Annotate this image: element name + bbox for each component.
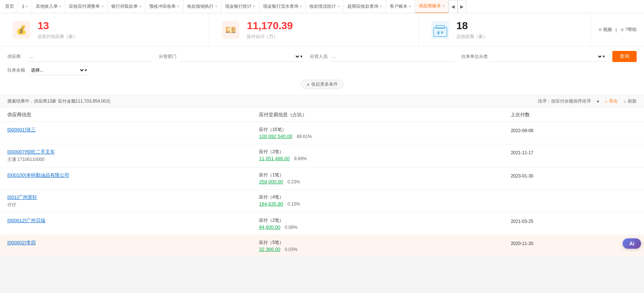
supplier-cell-6: [000002]李四 xyxy=(7,239,259,252)
supplier-cell-4: [001]广州荣轩 仔仔 xyxy=(7,194,259,208)
supplier-filter-label: 供应商 xyxy=(7,54,26,60)
close-icon[interactable]: × xyxy=(442,4,445,8)
trade-amount-6[interactable]: 32,366.00 xyxy=(259,247,280,252)
close-icon[interactable]: × xyxy=(59,4,62,8)
supplier-link-5[interactable]: [000012]广州贝瑞 xyxy=(7,218,45,223)
trade-amount-1[interactable]: 100,092,540.00 xyxy=(259,134,292,139)
ai-fab-button[interactable]: Ai xyxy=(623,238,641,249)
balance-select-wrap[interactable]: 选择... ▾ xyxy=(28,65,88,75)
close-icon[interactable]: × xyxy=(215,4,217,8)
nav-tab-bank[interactable]: 银行存取款单 × xyxy=(108,0,146,13)
nav-tab-advance-label: 预收冲应收单 xyxy=(149,3,176,10)
query-button[interactable]: 查询 xyxy=(612,51,637,62)
nav-arrow-right[interactable]: ▶ xyxy=(458,0,466,13)
close-icon[interactable]: × xyxy=(253,4,255,8)
category-select[interactable] xyxy=(491,54,603,59)
last-payment-4 xyxy=(511,194,637,208)
nav-tab-collection[interactable]: 收款核销执行 × xyxy=(183,0,221,13)
result-summary: 搜索结果中，供应商13家 应付金额111,703,854.00元 xyxy=(7,98,111,104)
trade-label-6: 应付（5笔） xyxy=(259,239,511,246)
nav-tab-receipt-stat-label: 收款情况统计 xyxy=(309,3,336,10)
nav-tab-supplier-ledger[interactable]: 供应商账本 × xyxy=(415,0,449,13)
nav-tab-cash-stat[interactable]: 现金银行统计 × xyxy=(221,0,259,13)
nav-tab-home-label: 首页 xyxy=(5,3,14,10)
table-row: [000001]张三 应付（15笔） 100,092,540.00 89.61%… xyxy=(0,122,644,144)
close-icon[interactable]: × xyxy=(337,4,340,8)
export-button[interactable]: ○ 导出 xyxy=(605,98,618,104)
dept-select-wrap[interactable]: ▾ xyxy=(179,51,304,62)
separator: | xyxy=(616,27,617,32)
trade-amount-5[interactable]: 94,600.00 xyxy=(259,224,280,230)
supplier-link-1[interactable]: [000001]张三 xyxy=(7,127,36,132)
filter-row-1: 供应商 分管部门 ▾ 分管人员 往来单位分类 ▾ 查询 xyxy=(7,51,637,62)
supplier-input[interactable] xyxy=(28,51,153,62)
collapse-button[interactable]: ∧ 收起更多条件 xyxy=(301,80,343,89)
nav-tab-customer-ledger-label: 客户账本 xyxy=(390,3,407,10)
nav-tab-other-income-label: 其他收入单 xyxy=(36,3,58,10)
table-header: 供应商信息 应付交易信息（占比） 上次付数 xyxy=(0,108,644,122)
refresh-button[interactable]: ○ 刷新 xyxy=(624,98,637,104)
supplier-link-2[interactable]: [000007]恒旺二手叉车 xyxy=(7,149,55,155)
trade-cell-5: 应付（2笔） 94,600.00 0.08% xyxy=(259,217,511,230)
close-icon[interactable]: × xyxy=(101,4,104,8)
supplier-sub-4: 仔仔 xyxy=(7,202,259,208)
nav-tab-overdue-label: 超期应收款查询 xyxy=(347,3,378,10)
close-icon[interactable]: × xyxy=(177,4,179,8)
stat-total-number: 11,170.39 xyxy=(247,20,293,32)
last-payment-5: 2021-03-25 xyxy=(511,217,637,230)
supplier-cell-2: [000007]恒旺二手叉车 王通 17106110000 xyxy=(7,149,259,163)
table-row: [000007]恒旺二手叉车 王通 17106110000 应付（2笔） 11,… xyxy=(0,144,644,168)
trade-percent-3: 0.23% xyxy=(287,179,300,185)
nav-tab-advance[interactable]: 预收冲应收单 × xyxy=(146,0,183,13)
data-table: 供应商信息 应付交易信息（占比） 上次付数 [000001]张三 应付（15笔）… xyxy=(0,108,644,257)
nav-tab-overdue[interactable]: 超期应收款查询 × xyxy=(344,0,386,13)
close-icon[interactable]: × xyxy=(300,4,302,8)
close-icon[interactable]: × xyxy=(139,4,141,8)
supplier-link-3[interactable]: [000100]本特勤油品有限公司 xyxy=(7,172,69,178)
table-row: [000012]广州贝瑞 应付（2笔） 94,600.00 0.08% 2021… xyxy=(0,213,644,235)
category-select-wrap[interactable]: ▾ xyxy=(490,51,607,62)
trade-cell-1: 应付（15笔） 100,092,540.00 89.61% xyxy=(259,127,511,139)
ai-fab-label: Ai xyxy=(629,241,634,247)
svg-text:💴: 💴 xyxy=(225,24,236,35)
stat-total-content: 11,170.39 应付合计（万） xyxy=(247,20,293,40)
last-payment-2: 2021-11-17 xyxy=(511,149,637,163)
nav-tab-cash-flow-label: 现金银行流水查询 xyxy=(263,3,298,10)
trade-amount-4[interactable]: 164,635.90 xyxy=(259,201,283,207)
help-link[interactable]: ⊙ ?帮助 xyxy=(620,27,637,33)
last-payment-1: 2022-08-08 xyxy=(511,127,637,139)
supplier-link-6[interactable]: [000002]李四 xyxy=(7,240,36,245)
trade-cell-3: 应付（1笔） 258,000.00 0.23% xyxy=(259,172,511,185)
nav-tab-cash-flow[interactable]: 现金银行流水查询 × xyxy=(259,0,306,13)
close-icon[interactable]: × xyxy=(380,4,382,8)
nav-tab-home[interactable]: 首页 xyxy=(1,0,18,13)
nav-arrow-left[interactable]: ◀ xyxy=(449,0,458,13)
stat-all-suppliers: 18 总供应商（家） xyxy=(419,13,591,46)
payable-total-icon: 💴 xyxy=(220,20,241,40)
trade-cell-2: 应付（2笔） 11,051,486.00 9.89% xyxy=(259,149,511,163)
nav-tab-adjustment[interactable]: 应收应付调整单 × xyxy=(65,0,108,13)
video-link[interactable]: ⊙ 视频 xyxy=(598,27,612,33)
last-payment-6: 2020-11-20 xyxy=(511,239,637,252)
person-input[interactable] xyxy=(330,51,455,62)
nav-tab-receipt-stat[interactable]: 收款情况统计 × xyxy=(306,0,344,13)
nav-tab-bank-label: 银行存取款单 xyxy=(111,3,138,10)
export-icon: ○ xyxy=(605,99,608,104)
close-icon[interactable]: × xyxy=(409,4,411,8)
trade-cell-6: 应付（5笔） 32,366.00 0.03% xyxy=(259,239,511,252)
close-icon[interactable]: × xyxy=(26,4,28,8)
nav-tab-3[interactable]: 3 × xyxy=(18,0,32,13)
dept-select[interactable] xyxy=(181,54,301,59)
category-filter-label: 往来单位分类 xyxy=(461,54,488,60)
balance-select[interactable]: 选择... xyxy=(29,67,85,73)
trade-percent-6: 0.03% xyxy=(285,247,297,252)
trade-label-2: 应付（2笔） xyxy=(259,149,511,155)
supplier-link-4[interactable]: [001]广州荣轩 xyxy=(7,194,37,200)
trade-amount-3[interactable]: 258,000.00 xyxy=(259,179,283,185)
trade-amount-2[interactable]: 11,051,486.00 xyxy=(259,156,290,161)
person-filter: 分管人员 xyxy=(310,51,455,62)
dept-filter: 分管部门 ▾ xyxy=(159,51,304,62)
nav-tab-customer-ledger[interactable]: 客户账本 × xyxy=(386,0,415,13)
supplier-cell-5: [000012]广州贝瑞 xyxy=(7,217,259,230)
nav-tab-other-income[interactable]: 其他收入单 × xyxy=(32,0,66,13)
